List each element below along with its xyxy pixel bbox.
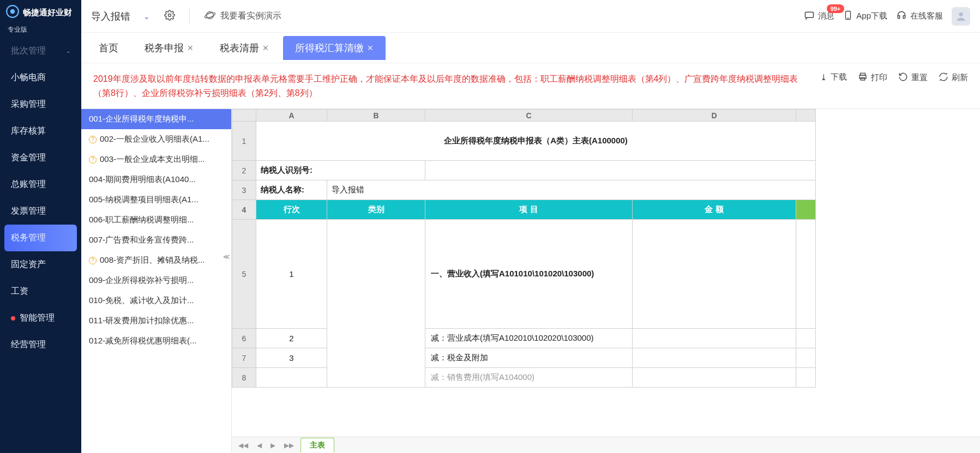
breadcrumb-dropdown[interactable]: ⌄ xyxy=(143,12,150,21)
cell-e6[interactable] xyxy=(796,329,816,348)
tab-label: 所得税汇算清缴 xyxy=(295,41,364,55)
sheet-scroll[interactable]: A B C D 1 企业所得税年度纳税申报表（A类）主表(A100000) 2 xyxy=(232,109,980,437)
print-button[interactable]: 打印 xyxy=(858,72,887,83)
download-button[interactable]: ⤓ 下载 xyxy=(820,72,847,82)
sheet-tab-main[interactable]: 主表 xyxy=(300,438,334,452)
sidebar-item-11[interactable]: 经营管理 xyxy=(0,331,81,358)
sidebar-item-8[interactable]: 固定资产 xyxy=(0,251,81,278)
taxpayer-name-label[interactable]: 纳税人名称: xyxy=(256,180,327,200)
cell-b5[interactable] xyxy=(327,220,425,388)
cell-c7[interactable]: 减：税金及附加 xyxy=(425,348,633,368)
report-item-7[interactable]: ?008-资产折旧、摊销及纳税... xyxy=(81,250,231,270)
cell-d7[interactable] xyxy=(633,348,796,368)
report-item-5[interactable]: 006-职工薪酬纳税调整明细... xyxy=(81,210,231,230)
row-header-3[interactable]: 3 xyxy=(232,180,256,200)
gear-icon[interactable] xyxy=(159,10,175,23)
report-item-2[interactable]: ?003-一般企业成本支出明细... xyxy=(81,149,231,170)
notice-text: 2019年度涉及取以前年度结转数据的申报表单元格需要手工维护正确，才能保证本年及… xyxy=(93,72,809,100)
row-header-1[interactable]: 1 xyxy=(232,122,256,161)
col-header-c[interactable]: C xyxy=(425,110,633,122)
close-icon[interactable]: ✕ xyxy=(262,44,269,52)
sidebar-item-2[interactable]: 采购管理 xyxy=(0,91,81,118)
report-item-8[interactable]: 009-企业所得税弥补亏损明... xyxy=(81,270,231,291)
cell-c8[interactable]: 减：销售费用(填写A104000) xyxy=(425,368,633,388)
avatar[interactable] xyxy=(952,7,970,26)
demo-link[interactable]: 我要看实例演示 xyxy=(204,9,281,23)
close-icon[interactable]: ✕ xyxy=(367,44,374,52)
cell-a6[interactable]: 2 xyxy=(256,329,327,348)
sidebar-item-6[interactable]: 发票管理 xyxy=(0,198,81,225)
tab-2[interactable]: 税表清册✕ xyxy=(208,36,281,60)
report-item-label: 011-研发费用加计扣除优惠... xyxy=(89,316,194,326)
row-header-4[interactable]: 4 xyxy=(232,200,256,220)
sheet-h-scrollbar[interactable] xyxy=(812,442,976,449)
row-header-8[interactable]: 8 xyxy=(232,368,256,388)
support-button[interactable]: 在线客服 xyxy=(896,10,943,22)
sheet-nav-prev[interactable]: ◀ xyxy=(255,442,264,449)
col-header-d[interactable]: D xyxy=(633,110,796,122)
cell-c6[interactable]: 减：营业成本(填写A102010\102020\103000) xyxy=(425,329,633,348)
row-header-5[interactable]: 5 xyxy=(232,220,256,329)
col-header-a[interactable]: A xyxy=(256,110,327,122)
taxpayer-id-value[interactable] xyxy=(425,161,816,180)
tab-3[interactable]: 所得税汇算清缴✕ xyxy=(283,36,386,60)
sidebar-item-10[interactable]: 智能管理 xyxy=(0,305,81,331)
header-seq[interactable]: 行次 xyxy=(256,200,327,220)
col-header-end[interactable] xyxy=(796,110,816,122)
cell-a5[interactable]: 1 xyxy=(256,220,327,329)
sidebar-item-4[interactable]: 资金管理 xyxy=(0,144,81,171)
row-header-6[interactable]: 6 xyxy=(232,329,256,348)
sidebar-item-label: 经营管理 xyxy=(11,339,46,351)
sidebar-item-5[interactable]: 总账管理 xyxy=(0,171,81,198)
row-header-7[interactable]: 7 xyxy=(232,348,256,368)
message-button[interactable]: 消息 99+ xyxy=(804,10,834,22)
taxpayer-id-label[interactable]: 纳税人识别号: xyxy=(256,161,425,180)
taxpayer-name-value[interactable]: 导入报错 xyxy=(327,180,816,200)
report-item-6[interactable]: 007-广告费和业务宣传费跨... xyxy=(81,230,231,250)
report-item-0[interactable]: 001-企业所得税年度纳税申... xyxy=(81,109,231,129)
reset-button[interactable]: 重置 xyxy=(898,72,928,83)
edition-label: 专业版 xyxy=(0,25,81,38)
cell-d6[interactable] xyxy=(633,329,796,348)
sidebar-item-3[interactable]: 库存核算 xyxy=(0,118,81,144)
row-header-2[interactable]: 2 xyxy=(232,161,256,180)
cell-c5[interactable]: 一、营业收入(填写A101010\101020\103000) xyxy=(425,220,633,329)
report-item-10[interactable]: 011-研发费用加计扣除优惠... xyxy=(81,311,231,331)
cell-a7[interactable]: 3 xyxy=(256,348,327,368)
cell-e7[interactable] xyxy=(796,348,816,368)
app-download-button[interactable]: App下载 xyxy=(843,10,887,22)
cell-e8[interactable] xyxy=(796,368,816,388)
report-item-9[interactable]: 010-免税、减计收入及加计... xyxy=(81,291,231,311)
headset-icon xyxy=(896,10,907,22)
close-icon[interactable]: ✕ xyxy=(187,44,194,52)
cell-d5[interactable] xyxy=(633,220,796,329)
cell-d8[interactable] xyxy=(633,368,796,388)
cell-a8[interactable] xyxy=(256,368,327,388)
collapse-handle[interactable]: ≪ xyxy=(222,251,231,263)
report-item-11[interactable]: 012-减免所得税优惠明细表(... xyxy=(81,331,231,351)
header-item[interactable]: 项 目 xyxy=(425,200,633,220)
brand-logo: 畅捷通好业财 xyxy=(0,0,81,25)
header-end[interactable] xyxy=(796,200,816,220)
refresh-button[interactable]: 刷新 xyxy=(939,72,968,83)
sheet-nav-first[interactable]: ◀◀ xyxy=(236,442,250,449)
col-header-b[interactable]: B xyxy=(327,110,425,122)
cell-e5[interactable] xyxy=(796,220,816,329)
sidebar-item-9[interactable]: 工资 xyxy=(0,278,81,305)
header-cat[interactable]: 类别 xyxy=(327,200,425,220)
sidebar-item-7[interactable]: 税务管理 xyxy=(4,225,77,251)
header-amount[interactable]: 金 额 xyxy=(633,200,796,220)
report-item-3[interactable]: 004-期间费用明细表(A1040... xyxy=(81,170,231,190)
sheet-nav-next[interactable]: ▶ xyxy=(268,442,278,449)
report-item-label: 008-资产折旧、摊销及纳税... xyxy=(100,255,205,265)
sidebar-item-0[interactable]: 批次管理⌄ xyxy=(0,38,81,64)
sheet-nav-last[interactable]: ▶▶ xyxy=(282,442,296,449)
report-item-4[interactable]: 005-纳税调整项目明细表(A1... xyxy=(81,190,231,210)
sidebar-item-1[interactable]: 小畅电商 xyxy=(0,64,81,91)
sheet-title[interactable]: 企业所得税年度纳税申报表（A类）主表(A100000) xyxy=(256,122,816,161)
tab-1[interactable]: 税务申报✕ xyxy=(133,36,206,60)
grid-corner[interactable] xyxy=(232,110,256,122)
report-item-1[interactable]: ?002-一般企业收入明细表(A1... xyxy=(81,129,231,149)
sidebar-item-label: 库存核算 xyxy=(11,125,46,137)
tab-0[interactable]: 首页 xyxy=(87,36,130,60)
